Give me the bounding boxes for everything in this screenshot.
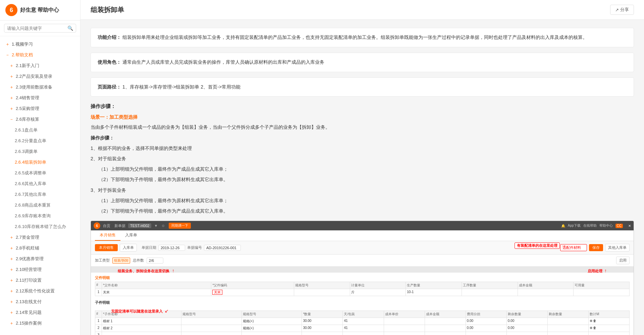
ss-brow3-num: 3 xyxy=(95,332,102,335)
ss-btn-chaiqu[interactable]: 入库单 xyxy=(120,244,137,252)
ss-brow2-num: 2 xyxy=(95,325,102,332)
page-title: 组装拆卸单 xyxy=(91,5,124,14)
sidebar-item-27[interactable]: ＋ 2.7资金管理 xyxy=(0,232,80,243)
sidebar-item-264[interactable]: 2.6.4组装拆卸单 xyxy=(0,157,80,168)
ss-brow3-f xyxy=(466,332,507,335)
sidebar-item-262[interactable]: 2.6.2分量盘点单 xyxy=(0,135,80,146)
ss-toolbar: 本月销售 入库单 单据日期 2019-12-26 单据编号 AD-2019122… xyxy=(91,241,634,255)
content-area: 功能介绍： 组装拆卸单用来处理企业组装或拆卸等加工业务，支持有固定装配清单的产品… xyxy=(80,20,644,335)
sidebar-item-266[interactable]: 2.6.6其他入库单 xyxy=(0,178,80,189)
ss-col-unit: 计量单位 xyxy=(350,282,406,289)
sidebar-item-26[interactable]: － 2.6库存核算 xyxy=(0,114,80,125)
ss-brow1-unitcost xyxy=(384,318,425,325)
ss-brow1-qty: 30.00 xyxy=(302,318,343,325)
ss-brow3-r2 xyxy=(548,332,589,335)
sidebar-item-28[interactable]: ＋ 2.8手机旺铺 xyxy=(0,243,80,254)
ss-annotation-nofixed-text: 无固定清单可以随意在这里录入 xyxy=(111,309,163,313)
ss-date-input[interactable]: 2019-12-26 xyxy=(158,245,185,251)
ss-sync-btn[interactable]: 同期调一下 xyxy=(169,223,191,229)
sidebar-item-211[interactable]: ＋ 2.11打印设置 xyxy=(0,275,80,286)
ss-save-btn[interactable]: 保存 xyxy=(589,244,603,251)
ss-brow2-qty: 30.00 xyxy=(302,325,343,332)
ss-close-icon[interactable]: ✕ xyxy=(628,224,631,228)
ss-bottom-row-2: 2 模材 2 规格(+) 30.00 41 0.00 0.00 ⊕ � xyxy=(95,325,630,332)
ss-brow1-copy[interactable]: ⊕ xyxy=(590,319,592,324)
ss-annotation-enable: 启用处理 ↑ xyxy=(588,268,607,274)
ss-brow3-s1 xyxy=(181,332,242,335)
sidebar-item-helpdoc[interactable]: － 2.帮助文档 xyxy=(0,50,80,60)
plus-icon: ＋ xyxy=(9,95,14,101)
ss-bcol-costamt: 成本金额 xyxy=(425,311,466,318)
ss-docno-input[interactable]: AD-20191226-001 xyxy=(204,245,241,251)
sidebar-item-269[interactable]: 2.6.9库存账本查询 xyxy=(0,211,80,221)
ss-row-spec xyxy=(294,289,350,296)
intro-label: 功能介绍： xyxy=(98,35,121,40)
ss-brow3-r1 xyxy=(507,332,548,335)
ss-col-avail: 可用量 xyxy=(574,282,629,289)
share-button[interactable]: ↗ 分享 xyxy=(610,5,634,15)
sidebar: 6 好生意 帮助中心 🔍 ＋ 1.视频学习 － 2.帮助文档 ＋ 2.1新手入门… xyxy=(0,0,80,335)
sidebar-item-214[interactable]: ＋ 2.14常见问题 xyxy=(0,307,80,318)
ss-tab-chaiqian[interactable]: 入库单 xyxy=(120,230,142,241)
ss-row-code: 关米 xyxy=(211,289,294,296)
plus-icon: ＋ xyxy=(9,320,14,326)
search-icon[interactable]: 🔍 xyxy=(67,25,73,31)
ss-bcol-remain2: 剩余数量 xyxy=(548,311,589,318)
ss-col-name: *父件名称 xyxy=(102,282,211,289)
ss-other-btn[interactable]: 其他入库单 xyxy=(605,244,630,252)
sidebar-item-265[interactable]: 2.6.5成本调整单 xyxy=(0,168,80,178)
sidebar-item-video[interactable]: ＋ 1.视频学习 xyxy=(0,39,80,50)
sidebar-item-29[interactable]: ＋ 2.9优惠券管理 xyxy=(0,254,80,264)
ss-tab-zuzhuang[interactable]: 本月销售 xyxy=(95,230,120,241)
ss-brow3-c xyxy=(425,332,466,335)
step2-sub2: （2）下部明细为子件明细，最终作为原材料生成其它出库单。 xyxy=(99,175,634,184)
ss-bottom-table-wrapper: 子件明细 无固定清单可以随意在这里录入 ↙ # *子件名称 规格型号 规格型号 … xyxy=(91,297,634,335)
ss-brow2-costamt xyxy=(425,325,466,332)
plus-icon: ＋ xyxy=(9,234,14,240)
ss-top-table-wrapper: 父件明细 # *父件名称 *父件编码 规格型号 计量单位 生产数量 工序数量 成… xyxy=(91,273,634,297)
screenshot-inner: 6 自贡 新单据 TEST-H002 ▼ ⚙ 同期调一下 🔔 App下载 在线帮… xyxy=(91,221,634,335)
ss-qty-input[interactable]: 2/6 xyxy=(147,258,163,264)
ss-col-qty: 生产数量 xyxy=(406,282,462,289)
ss-annotation-enable-text: 启用处理 xyxy=(588,269,602,273)
ss-btn-zuzhuang[interactable]: 本月销售 xyxy=(95,244,118,251)
sidebar-item-24[interactable]: ＋ 2.4销售管理 xyxy=(0,93,80,103)
ss-col-code: *父件编码 xyxy=(211,282,294,289)
sidebar-item-215[interactable]: ＋ 2.15操作案例 xyxy=(0,318,80,329)
step3-sub2: （2）下部明细为子件明细，最终作为产成品生成其它入库单。 xyxy=(99,207,634,215)
ss-brow3-p xyxy=(343,332,384,335)
ss-enable-btn[interactable]: 启用 xyxy=(616,257,630,264)
ss-type-select[interactable]: 组装/拆卸 xyxy=(112,258,130,264)
sidebar-item-268[interactable]: 2.6.8商品成本重算 xyxy=(0,200,80,211)
share-icon: ↗ xyxy=(615,7,619,12)
ss-annotation-nofixed: 无固定清单可以随意在这里录入 ↙ xyxy=(111,308,169,314)
ss-brow1-del[interactable]: 🗑 xyxy=(593,319,596,324)
ss-bottom-table-title: 子件明细 xyxy=(95,300,630,305)
search-input[interactable] xyxy=(7,26,67,31)
sidebar-item-23[interactable]: ＋ 2.3使用前数据准备 xyxy=(0,82,80,93)
sidebar-item-267[interactable]: 2.6.7其他出库单 xyxy=(0,189,80,200)
sidebar-item-261[interactable]: 2.6.1盘点单 xyxy=(0,125,80,135)
sidebar-item-210[interactable]: ＋ 2.10经营管理 xyxy=(0,264,80,275)
step1: 1、根据不同的业务，选择不同单据的类型来处理 xyxy=(91,144,634,153)
sidebar-item-25[interactable]: ＋ 2.5采购管理 xyxy=(0,103,80,114)
ss-arrow-right: → xyxy=(561,243,567,249)
sidebar-item-21[interactable]: ＋ 2.1新手入门 xyxy=(0,60,80,71)
ss-brow1-spec2: 规格(+) xyxy=(242,318,302,325)
ss-brow2-copy[interactable]: ⊕ xyxy=(590,326,592,331)
sidebar-item-263[interactable]: 2.6.3调拨单 xyxy=(0,146,80,157)
ss-col-spec: 规格型号 xyxy=(294,282,350,289)
ss-help-online: 在线帮助 xyxy=(583,223,597,228)
ss-col-num: # xyxy=(95,282,102,289)
sidebar-item-213[interactable]: ＋ 2.13在线支付 xyxy=(0,296,80,307)
sidebar-item-212[interactable]: ＋ 2.12系统个性化设置 xyxy=(0,286,80,296)
search-box[interactable]: 🔍 xyxy=(4,24,76,33)
ops-title: 操作步骤： xyxy=(91,103,634,110)
main: 组装拆卸单 ↗ 分享 功能介绍： 组装拆卸单用来处理企业组装或拆卸等加工业务，支… xyxy=(80,0,644,335)
sidebar-item-22[interactable]: ＋ 2.2产品安装及登录 xyxy=(0,71,80,82)
ss-status-icon: ⚙ xyxy=(162,224,165,228)
ss-brow2-del[interactable]: 🗑 xyxy=(593,326,596,331)
ss-brow3-q xyxy=(302,332,343,335)
sidebar-item-2610[interactable]: 2.6.10库存账本错了怎么办 xyxy=(0,221,80,232)
ss-app-logo: 6 xyxy=(94,222,100,229)
